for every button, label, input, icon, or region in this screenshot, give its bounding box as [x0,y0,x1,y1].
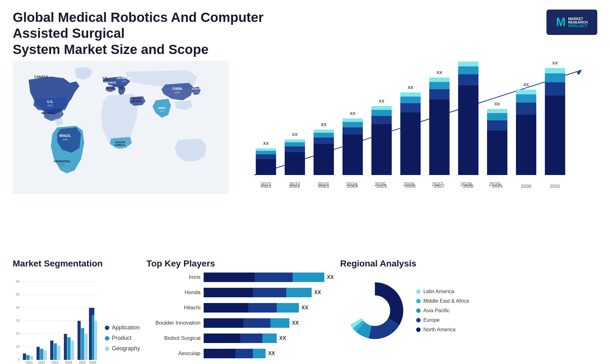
middle-east-dot [416,299,421,303]
svg-rect-186 [64,334,67,360]
svg-rect-146 [487,120,507,131]
svg-rect-116 [314,138,334,144]
svg-text:2023: 2023 [318,183,329,189]
svg-point-206 [361,297,389,325]
legend-product: Product [105,335,140,341]
svg-text:BRAZIL: BRAZIL [59,134,71,138]
legend-application: Application [105,324,140,331]
biobot-bar [204,334,277,343]
player-row-honda: Honda XX [146,288,334,297]
svg-text:XX: XX [437,70,442,75]
svg-text:ARABIA: ARABIA [131,100,142,103]
svg-rect-121 [342,127,363,135]
player-bar-aesculap: XX [204,349,334,358]
honda-bar [204,288,312,297]
svg-rect-199 [95,321,97,360]
svg-text:INDIA: INDIA [158,106,166,110]
latin-america-label: Latin America [423,289,454,294]
growth-chart: XX 2021 XX 2022 XX 2023 [235,61,604,255]
svg-rect-110 [285,152,305,175]
svg-text:2024: 2024 [347,183,358,189]
svg-rect-155 [545,96,565,175]
svg-rect-127 [371,110,392,116]
svg-rect-152 [516,94,536,103]
svg-text:2026: 2026 [405,183,416,189]
product-dot [105,336,109,340]
svg-rect-187 [67,337,71,360]
svg-rect-122 [342,122,363,127]
svg-text:GERMANY: GERMANY [117,77,131,80]
middle-east-label: Middle East & Africa [423,298,469,304]
svg-text:JAPAN: JAPAN [192,87,201,91]
svg-rect-148 [487,109,507,113]
svg-rect-151 [516,103,536,115]
svg-rect-118 [314,130,334,133]
svg-rect-140 [458,85,478,175]
svg-rect-156 [545,82,565,96]
logo-area: M MARKET RESEARCH INTELLECT [546,10,597,35]
svg-rect-107 [256,151,276,154]
seg-bar-chart: 0 10 20 30 40 50 60 [13,273,98,361]
svg-rect-136 [429,89,450,99]
svg-text:XX: XX [292,132,298,137]
aesculap-bar [204,349,266,358]
logo-box: M MARKET RESEARCH INTELLECT [546,10,597,35]
biobot-xx: XX [279,335,286,341]
svg-rect-105 [256,159,276,175]
bottom-section: Market Segmentation 0 10 20 30 40 50 60 [0,255,610,364]
svg-text:2029: 2029 [492,183,502,189]
map-area: CANADA xx% U.S. xx% MEXICO xx% BRAZIL xx… [13,61,229,255]
svg-rect-179 [40,349,43,360]
svg-text:xx%: xx% [62,138,68,141]
svg-text:xx%: xx% [194,91,199,93]
svg-rect-198 [92,315,94,360]
player-bar-hitachi: XX [204,303,334,313]
svg-text:xx%: xx% [118,147,122,150]
svg-rect-191 [81,328,84,360]
europe-label: Europe [423,317,440,323]
imris-bar [204,273,324,282]
seg-legend: Application Product Geography [105,324,140,361]
svg-text:xx%: xx% [119,90,124,93]
svg-rect-142 [458,66,478,74]
svg-rect-131 [400,103,421,112]
honda-xx: XX [314,290,321,295]
player-row-biobot: Biobot Surgical XX [146,334,334,343]
svg-text:SPAIN: SPAIN [106,87,114,90]
svg-text:XX: XX [263,141,269,146]
player-row-aesculap: Aesculap XX [146,349,334,358]
key-players-title: Top Key Players [146,259,334,269]
segmentation-title: Market Segmentation [13,259,140,269]
player-bar-imris: XX [204,273,334,282]
logo-research-text: RESEARCH [568,21,588,24]
player-name-biobot: Biobot Surgical [146,335,200,341]
seg-chart-area: 0 10 20 30 40 50 60 [13,273,140,361]
svg-text:50: 50 [16,293,20,296]
svg-text:60: 60 [16,280,20,283]
svg-text:xx%: xx% [38,79,44,82]
player-name-boulder: Boulder Innovation [146,320,200,326]
svg-rect-135 [429,99,450,175]
boulder-xx: XX [292,320,299,326]
svg-text:2028: 2028 [463,183,473,189]
svg-text:XX: XX [408,85,413,90]
svg-rect-113 [285,139,305,142]
svg-rect-115 [314,144,334,175]
svg-rect-111 [285,146,305,152]
svg-text:40: 40 [16,306,20,309]
seg-bar-svg: 0 10 20 30 40 50 60 [13,273,98,364]
svg-rect-108 [256,148,276,151]
player-row-imris: Imris XX [146,273,334,282]
svg-text:U.K.: U.K. [102,76,108,79]
svg-text:2023: 2023 [51,361,59,364]
svg-text:10: 10 [16,345,20,348]
player-name-aesculap: Aesculap [146,350,200,357]
title-line2: System Market Size and Scope [13,42,208,57]
svg-rect-188 [71,340,74,360]
svg-rect-143 [458,62,478,66]
svg-rect-197 [89,308,92,360]
svg-text:XX: XX [321,122,327,127]
svg-text:xx%: xx% [174,91,180,94]
player-bar-biobot: XX [204,334,334,343]
svg-text:XX: XX [494,102,500,106]
